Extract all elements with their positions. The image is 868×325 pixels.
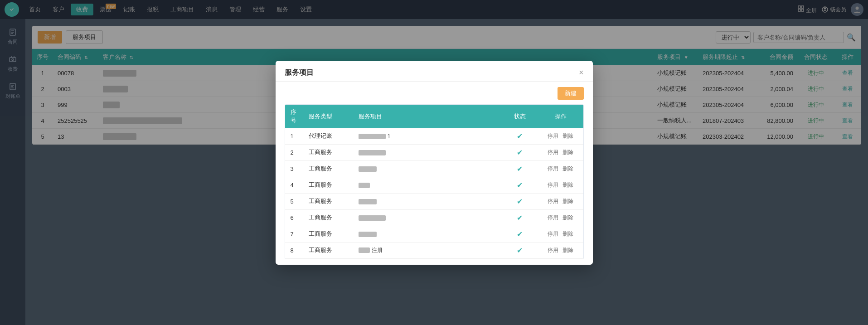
modal-cell-action: 停用 删除 xyxy=(538,144,583,160)
modal-cell-action: 停用 删除 xyxy=(538,160,583,177)
modal-cell-action: 停用 删除 xyxy=(538,242,583,258)
modal-cell-item xyxy=(353,193,502,209)
modal-cell-action: 停用 删除 xyxy=(538,128,583,145)
modal-cell-type: 代理记账 xyxy=(303,128,353,145)
modal-cell-item xyxy=(353,209,502,226)
del-action[interactable]: 删除 xyxy=(563,149,573,155)
modal-table-row: 3 工商服务 ✔ 停用 删除 xyxy=(285,160,583,177)
main-content: 新增 服务项目 进行中 已完成 已终止 🔍 序号 合同编码 ⇅ xyxy=(25,19,868,325)
service-modal: 服务项目 × 新建 序号 服务类型 服务项目 状态 xyxy=(276,61,593,265)
modal-close-button[interactable]: × xyxy=(579,68,584,78)
del-action[interactable]: 删除 xyxy=(563,182,573,188)
modal-cell-action: 停用 删除 xyxy=(538,193,583,209)
stop-action[interactable]: 停用 xyxy=(548,182,558,188)
modal-cell-seq: 4 xyxy=(285,177,303,193)
stop-action[interactable]: 停用 xyxy=(548,165,558,172)
modal-cell-item: 1 xyxy=(353,128,502,145)
stop-action[interactable]: 停用 xyxy=(548,149,558,155)
modal-cell-status: ✔ xyxy=(502,128,538,145)
del-action[interactable]: 删除 xyxy=(563,231,573,237)
modal-cell-seq: 5 xyxy=(285,193,303,209)
modal-cell-item xyxy=(353,226,502,242)
modal-cell-status: ✔ xyxy=(502,160,538,177)
new-service-button[interactable]: 新建 xyxy=(558,87,584,100)
modal-cell-seq: 1 xyxy=(285,128,303,145)
modal-cell-status: ✔ xyxy=(502,226,538,242)
modal-cell-item xyxy=(353,160,502,177)
modal-overlay: 服务项目 × 新建 序号 服务类型 服务项目 状态 xyxy=(0,0,868,325)
modal-table-row: 5 工商服务 ✔ 停用 删除 xyxy=(285,193,583,209)
modal-cell-seq: 8 xyxy=(285,242,303,258)
modal-body: 新建 序号 服务类型 服务项目 状态 操作 xyxy=(276,82,593,265)
modal-cell-item xyxy=(353,144,502,160)
modal-table-row: 2 工商服务 ✔ 停用 删除 xyxy=(285,144,583,160)
modal-cell-type: 工商服务 xyxy=(303,226,353,242)
modal-cell-action: 停用 删除 xyxy=(538,209,583,226)
del-action[interactable]: 删除 xyxy=(563,247,573,253)
modal-cell-seq: 7 xyxy=(285,226,303,242)
modal-cell-action: 停用 删除 xyxy=(538,177,583,193)
modal-cell-item: 注册 xyxy=(353,242,502,258)
modal-header: 服务项目 × xyxy=(276,61,593,82)
modal-table-row: 8 工商服务 注册 ✔ 停用 删除 xyxy=(285,242,583,258)
modal-table-row: 7 工商服务 ✔ 停用 删除 xyxy=(285,226,583,242)
modal-col-item: 服务项目 xyxy=(353,105,502,128)
modal-cell-status: ✔ xyxy=(502,242,538,258)
modal-cell-type: 工商服务 xyxy=(303,242,353,258)
stop-action[interactable]: 停用 xyxy=(548,231,558,237)
modal-cell-type: 工商服务 xyxy=(303,209,353,226)
modal-cell-seq: 6 xyxy=(285,209,303,226)
modal-cell-seq: 2 xyxy=(285,144,303,160)
modal-table-row: 6 工商服务 ✔ 停用 删除 xyxy=(285,209,583,226)
modal-cell-type: 工商服务 xyxy=(303,193,353,209)
modal-cell-status: ✔ xyxy=(502,209,538,226)
stop-action[interactable]: 停用 xyxy=(548,198,558,204)
modal-cell-seq: 3 xyxy=(285,160,303,177)
modal-cell-type: 工商服务 xyxy=(303,160,353,177)
modal-cell-item xyxy=(353,177,502,193)
modal-cell-status: ✔ xyxy=(502,193,538,209)
modal-col-type: 服务类型 xyxy=(303,105,353,128)
stop-action[interactable]: 停用 xyxy=(548,214,558,221)
modal-table-row: 4 工商服务 ✔ 停用 删除 xyxy=(285,177,583,193)
modal-col-action: 操作 xyxy=(538,105,583,128)
modal-title: 服务项目 xyxy=(285,68,314,78)
stop-action[interactable]: 停用 xyxy=(548,247,558,253)
del-action[interactable]: 删除 xyxy=(563,198,573,204)
modal-table: 序号 服务类型 服务项目 状态 操作 1 代理记账 1 xyxy=(285,105,583,259)
modal-cell-type: 工商服务 xyxy=(303,177,353,193)
del-action[interactable]: 删除 xyxy=(563,165,573,172)
modal-col-seq: 序号 xyxy=(285,105,303,128)
modal-table-row: 1 代理记账 1 ✔ 停用 删除 xyxy=(285,128,583,145)
modal-cell-status: ✔ xyxy=(502,144,538,160)
stop-action[interactable]: 停用 xyxy=(548,133,558,139)
modal-table-wrap[interactable]: 序号 服务类型 服务项目 状态 操作 1 代理记账 1 xyxy=(285,104,584,259)
del-action[interactable]: 删除 xyxy=(563,133,573,139)
del-action[interactable]: 删除 xyxy=(563,214,573,221)
modal-cell-status: ✔ xyxy=(502,177,538,193)
modal-cell-type: 工商服务 xyxy=(303,144,353,160)
modal-col-status: 状态 xyxy=(502,105,538,128)
modal-toolbar: 新建 xyxy=(285,87,584,100)
modal-cell-action: 停用 删除 xyxy=(538,226,583,242)
